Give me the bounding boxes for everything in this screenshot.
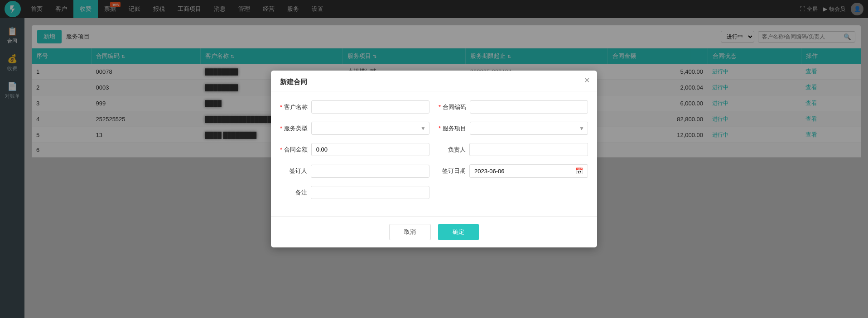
modal-close-button[interactable]: ✕ [584, 76, 590, 85]
sign-date-picker[interactable]: 2023-06-06 📅 [469, 164, 588, 178]
modal-body: 客户名称 合同编码 服务类型 ▼ 服务项目 [271, 91, 597, 216]
confirm-button[interactable]: 确定 [438, 224, 479, 240]
modal-overlay: 新建合同 ✕ 客户名称 合同编码 服务类型 [0, 0, 868, 318]
form-group-sign-date: 签订日期 2023-06-06 📅 [439, 164, 588, 178]
service-type-wrapper: ▼ [311, 122, 429, 135]
amount-input[interactable] [311, 143, 429, 156]
calendar-icon: 📅 [575, 167, 583, 175]
contract-no-input[interactable] [470, 100, 588, 114]
customer-label: 客户名称 [280, 103, 308, 111]
new-contract-modal: 新建合同 ✕ 客户名称 合同编码 服务类型 [271, 71, 597, 247]
form-row-1: 客户名称 合同编码 [280, 100, 588, 114]
service-item-select[interactable] [470, 122, 588, 135]
remark-input[interactable] [311, 186, 429, 199]
form-group-person: 负责人 [439, 143, 588, 156]
person-label: 负责人 [439, 146, 466, 154]
form-group-service-item: 服务项目 ▼ [439, 122, 588, 135]
form-row-3: 合同金额 负责人 [280, 143, 588, 156]
service-item-label: 服务项目 [439, 124, 466, 133]
sign-date-value: 2023-06-06 [474, 168, 505, 175]
modal-footer: 取消 确定 [271, 216, 597, 247]
remark-label: 备注 [280, 189, 307, 197]
amount-label: 合同金额 [280, 146, 308, 154]
cancel-button[interactable]: 取消 [389, 224, 431, 240]
form-group-customer: 客户名称 [280, 100, 429, 114]
signer-input[interactable] [311, 165, 429, 178]
modal-header: 新建合同 ✕ [271, 71, 597, 91]
form-row-2: 服务类型 ▼ 服务项目 ▼ [280, 122, 588, 135]
customer-name-input[interactable] [311, 100, 429, 114]
sign-date-label: 签订日期 [439, 167, 466, 175]
form-group-amount: 合同金额 [280, 143, 429, 156]
contract-no-label: 合同编码 [439, 103, 466, 111]
service-type-select[interactable] [311, 122, 429, 135]
service-item-wrapper: ▼ [470, 122, 588, 135]
form-group-contract-no: 合同编码 [439, 100, 588, 114]
form-group-service-type: 服务类型 ▼ [280, 122, 429, 135]
service-type-label: 服务类型 [280, 124, 308, 133]
modal-title: 新建合同 [280, 78, 307, 85]
form-row-5: 备注 [280, 186, 588, 199]
form-group-signer: 签订人 [280, 164, 429, 178]
form-row-4: 签订人 签订日期 2023-06-06 📅 [280, 164, 588, 178]
signer-label: 签订人 [280, 167, 307, 175]
person-input[interactable] [469, 143, 588, 156]
form-group-remark: 备注 [280, 186, 429, 199]
